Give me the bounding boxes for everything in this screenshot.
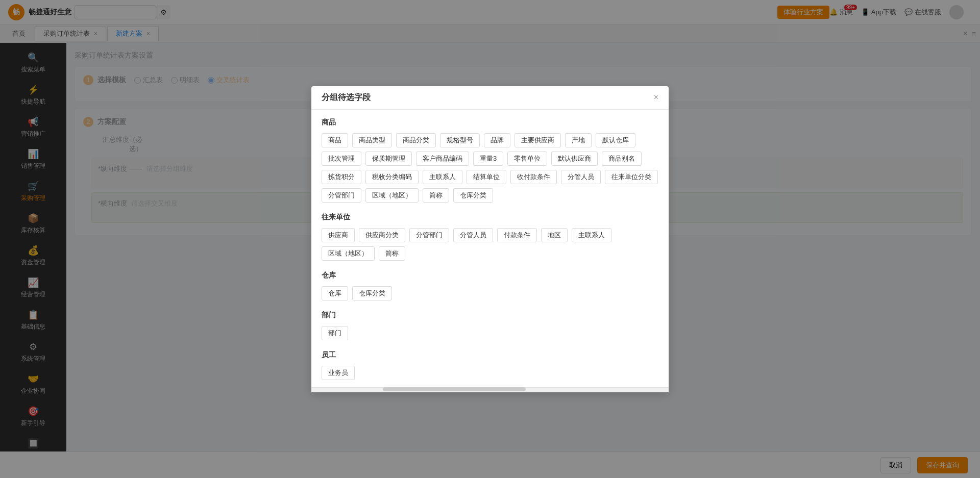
field-tag-1-1[interactable]: 供应商分类 [359, 228, 405, 242]
field-tag-0-0[interactable]: 商品 [322, 133, 348, 147]
field-group-title-4: 员工 [322, 350, 658, 360]
field-tag-0-24[interactable]: 简称 [423, 188, 449, 203]
field-tag-0-11[interactable]: 重量3 [473, 152, 503, 166]
field-tag-0-19[interactable]: 收付款条件 [510, 170, 557, 184]
field-tag-0-7[interactable]: 默认仓库 [596, 133, 635, 147]
field-tag-1-5[interactable]: 地区 [541, 228, 568, 242]
field-tag-0-25[interactable]: 仓库分类 [453, 188, 493, 203]
field-tag-0-8[interactable]: 批次管理 [322, 152, 361, 166]
field-tag-0-13[interactable]: 默认供应商 [551, 152, 598, 166]
field-tags-0: 商品商品类型商品分类规格型号品牌主要供应商产地默认仓库批次管理保质期管理客户商品… [322, 133, 658, 203]
field-tag-0-3[interactable]: 规格型号 [440, 133, 480, 147]
field-tag-4-0[interactable]: 业务员 [322, 366, 355, 380]
field-tag-3-0[interactable]: 部门 [322, 326, 348, 340]
field-tag-0-23[interactable]: 区域（地区） [365, 188, 419, 203]
field-tag-0-2[interactable]: 商品分类 [396, 133, 436, 147]
field-tags-3: 部门 [322, 326, 658, 340]
field-select-dialog: 分组待选字段 × 商品商品商品类型商品分类规格型号品牌主要供应商产地默认仓库批次… [311, 86, 669, 392]
field-group-title-1: 往来单位 [322, 213, 658, 222]
field-tags-1: 供应商供应商分类分管部门分管人员付款条件地区主联系人区域（地区）简称 [322, 228, 658, 261]
field-tag-2-1[interactable]: 仓库分类 [352, 286, 392, 300]
field-group-2: 仓库仓库仓库分类 [322, 271, 658, 300]
field-group-title-2: 仓库 [322, 271, 658, 280]
field-tag-0-14[interactable]: 商品别名 [602, 152, 642, 166]
field-tag-0-4[interactable]: 品牌 [484, 133, 510, 147]
field-group-1: 往来单位供应商供应商分类分管部门分管人员付款条件地区主联系人区域（地区）简称 [322, 213, 658, 261]
field-tag-0-5[interactable]: 主要供应商 [514, 133, 561, 147]
field-group-title-0: 商品 [322, 118, 658, 127]
field-tag-1-7[interactable]: 区域（地区） [322, 246, 375, 261]
modal-overlay: 分组待选字段 × 商品商品商品类型商品分类规格型号品牌主要供应商产地默认仓库批次… [0, 0, 980, 478]
field-tags-2: 仓库仓库分类 [322, 286, 658, 300]
dialog-header: 分组待选字段 × [311, 86, 669, 110]
field-tag-0-21[interactable]: 往来单位分类 [605, 170, 658, 184]
field-tag-0-20[interactable]: 分管人员 [561, 170, 601, 184]
field-tag-0-16[interactable]: 税收分类编码 [365, 170, 419, 184]
field-tag-0-12[interactable]: 零售单位 [507, 152, 547, 166]
field-group-0: 商品商品商品类型商品分类规格型号品牌主要供应商产地默认仓库批次管理保质期管理客户… [322, 118, 658, 203]
field-tag-0-1[interactable]: 商品类型 [352, 133, 392, 147]
field-group-title-3: 部门 [322, 311, 658, 320]
field-tag-1-6[interactable]: 主联系人 [572, 228, 611, 242]
field-tags-4: 业务员 [322, 366, 658, 380]
field-tag-0-10[interactable]: 客户商品编码 [416, 152, 469, 166]
scrollbar-thumb[interactable] [383, 387, 526, 391]
field-tag-1-8[interactable]: 简称 [379, 246, 405, 261]
field-tag-1-4[interactable]: 付款条件 [497, 228, 537, 242]
field-tag-0-18[interactable]: 结算单位 [467, 170, 506, 184]
dialog-title: 分组待选字段 [322, 92, 371, 103]
field-tag-0-15[interactable]: 拣货积分 [322, 170, 361, 184]
field-tag-1-2[interactable]: 分管部门 [409, 228, 449, 242]
field-tag-0-9[interactable]: 保质期管理 [365, 152, 412, 166]
field-tag-0-6[interactable]: 产地 [565, 133, 592, 147]
field-tag-1-0[interactable]: 供应商 [322, 228, 355, 242]
field-tag-2-0[interactable]: 仓库 [322, 286, 348, 300]
dialog-body[interactable]: 商品商品商品类型商品分类规格型号品牌主要供应商产地默认仓库批次管理保质期管理客户… [311, 110, 669, 387]
dialog-close-button[interactable]: × [654, 93, 658, 102]
field-tag-1-3[interactable]: 分管人员 [453, 228, 493, 242]
field-tag-0-17[interactable]: 主联系人 [423, 170, 462, 184]
field-group-3: 部门部门 [322, 311, 658, 340]
horizontal-scrollbar[interactable] [311, 387, 669, 392]
field-group-4: 员工业务员 [322, 350, 658, 380]
field-tag-0-22[interactable]: 分管部门 [322, 188, 361, 203]
